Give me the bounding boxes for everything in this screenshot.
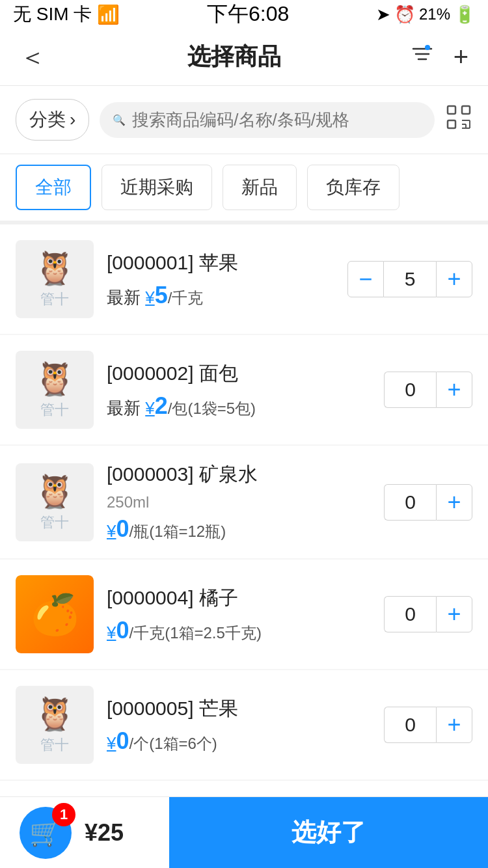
product-image: 🦉 管十	[16, 686, 94, 764]
product-list: 🦉 管十 [0000001] 苹果 最新 ¥5/千克 − + 🦉 管十 [000…	[0, 224, 488, 868]
owl-icon: 🦉	[34, 360, 75, 398]
tab-row: 全部 近期采购 新品 负库存	[0, 154, 488, 224]
filter-icon[interactable]	[411, 42, 434, 72]
quantity-control: +	[384, 484, 472, 521]
product-info: [0000003] 矿泉水 250ml ¥0/瓶(1箱=12瓶)	[107, 461, 371, 543]
quantity-input[interactable]	[384, 484, 436, 521]
product-price: ¥0/千克(1箱=2.5千克)	[107, 617, 371, 644]
alarm-icon: ⏰	[394, 5, 415, 25]
increase-button[interactable]: +	[436, 484, 472, 521]
product-name: [0000002] 面包	[107, 360, 371, 387]
cart-total: ¥25	[85, 819, 124, 847]
increase-button[interactable]: +	[436, 596, 472, 632]
battery-label: 21%	[419, 5, 450, 23]
back-button[interactable]: ＜	[20, 39, 59, 75]
status-right: ➤ ⏰ 21% 🔋	[376, 5, 475, 25]
quantity-control: +	[384, 372, 472, 408]
product-name: [0000004] 橘子	[107, 585, 371, 612]
cart-button[interactable]: 🛒 1	[20, 807, 72, 859]
tab-recent[interactable]: 近期采购	[102, 165, 212, 210]
product-price: 最新 ¥2/包(1袋=5包)	[107, 392, 371, 420]
list-item: 🦉 管十 [0000003] 矿泉水 250ml ¥0/瓶(1箱=12瓶) +	[0, 446, 488, 558]
product-info: [0000002] 面包 最新 ¥2/包(1袋=5包)	[107, 360, 371, 420]
chevron-right-icon: ›	[70, 109, 75, 130]
product-price: ¥0/个(1箱=6个)	[107, 727, 371, 755]
tab-new[interactable]: 新品	[223, 165, 297, 210]
quantity-control: − +	[347, 261, 472, 297]
owl-icon: 🦉	[34, 249, 75, 287]
product-image: 🦉 管十	[16, 240, 94, 318]
svg-rect-4	[448, 106, 455, 114]
battery-icon: 🔋	[454, 5, 475, 25]
svg-point-3	[425, 45, 430, 50]
product-spec: 250ml	[107, 493, 371, 511]
product-info: [0000001] 苹果 最新 ¥5/千克	[107, 250, 334, 309]
bottom-bar: 🛒 1 ¥25 选好了	[0, 796, 488, 868]
quantity-input[interactable]	[384, 707, 436, 743]
quantity-input[interactable]	[384, 261, 436, 297]
increase-button[interactable]: +	[436, 372, 472, 408]
cart-badge: 1	[52, 803, 75, 826]
increase-button[interactable]: +	[436, 261, 472, 297]
increase-button[interactable]: +	[436, 707, 472, 743]
product-name: [0000001] 苹果	[107, 250, 334, 277]
category-button[interactable]: 分类 ›	[16, 99, 89, 141]
quantity-input[interactable]	[384, 372, 436, 408]
product-image: 🦉 管十	[16, 351, 94, 429]
category-label: 分类	[29, 107, 66, 132]
status-time: 下午6:08	[207, 0, 289, 29]
quantity-control: +	[384, 596, 472, 632]
product-info: [0000004] 橘子 ¥0/千克(1箱=2.5千克)	[107, 585, 371, 644]
owl-icon: 🦉	[34, 695, 75, 733]
nav-actions: +	[411, 42, 468, 72]
product-price: ¥0/瓶(1箱=12瓶)	[107, 515, 371, 543]
orange-image: 🍊	[16, 575, 94, 653]
add-button[interactable]: +	[454, 42, 468, 72]
search-input[interactable]	[132, 110, 422, 130]
list-item: 🦉 管十 [0000002] 面包 最新 ¥2/包(1袋=5包) +	[0, 335, 488, 444]
nav-bar: ＜ 选择商品 +	[0, 29, 488, 86]
confirm-button[interactable]: 选好了	[169, 797, 488, 869]
list-item: 🦉 管十 [0000001] 苹果 最新 ¥5/千克 − +	[0, 224, 488, 334]
product-image: 🍊	[16, 575, 94, 653]
scan-icon[interactable]	[445, 103, 472, 136]
search-row: 分类 › 🔍	[0, 86, 488, 154]
product-price: 最新 ¥5/千克	[107, 282, 334, 309]
tab-all[interactable]: 全部	[16, 165, 91, 210]
product-name: [0000003] 矿泉水	[107, 461, 371, 488]
quantity-input[interactable]	[384, 596, 436, 632]
search-icon: 🔍	[113, 114, 126, 126]
cart-section: 🛒 1 ¥25	[0, 807, 169, 859]
owl-icon: 🦉	[34, 472, 75, 510]
product-info: [0000005] 芒果 ¥0/个(1箱=6个)	[107, 696, 371, 755]
quantity-control: +	[384, 707, 472, 743]
page-title: 选择商品	[187, 41, 281, 73]
product-name: [0000005] 芒果	[107, 696, 371, 722]
svg-rect-5	[462, 106, 470, 114]
svg-rect-6	[448, 120, 455, 128]
list-item: 🦉 管十 [0000005] 芒果 ¥0/个(1箱=6个) +	[0, 670, 488, 780]
status-bar: 无 SIM 卡 📶 下午6:08 ➤ ⏰ 21% 🔋	[0, 0, 488, 29]
sim-label: 无 SIM 卡	[13, 2, 92, 27]
list-item: 🍊 [0000004] 橘子 ¥0/千克(1箱=2.5千克) +	[0, 560, 488, 669]
tab-negative[interactable]: 负库存	[307, 165, 400, 210]
wifi-icon: 📶	[97, 4, 120, 25]
location-icon: ➤	[376, 5, 390, 25]
status-left: 无 SIM 卡 📶	[13, 2, 120, 27]
search-input-wrap: 🔍	[100, 102, 435, 138]
decrease-button[interactable]: −	[347, 261, 384, 297]
product-image: 🦉 管十	[16, 463, 94, 541]
